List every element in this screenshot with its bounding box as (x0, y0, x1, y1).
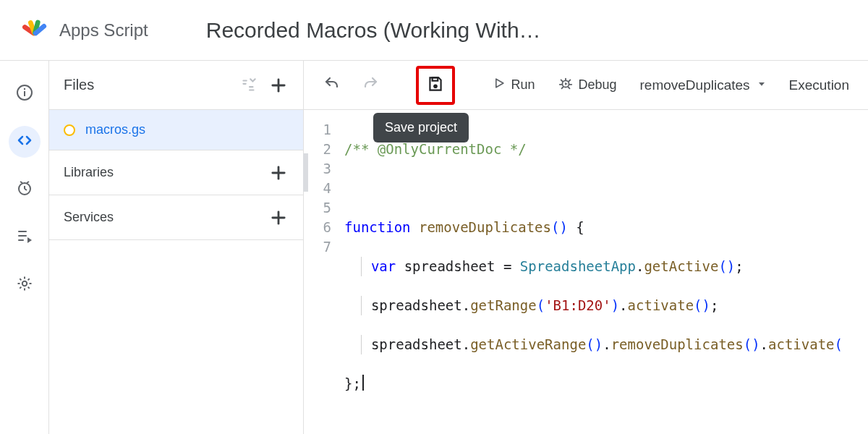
nav-rail (0, 61, 49, 434)
services-section[interactable]: Services (49, 195, 303, 240)
toolbar: Run Debug removeDuplicates Execution Sav… (304, 61, 868, 110)
svg-marker-25 (496, 79, 503, 88)
save-icon (426, 75, 445, 96)
svg-line-9 (25, 189, 27, 190)
svg-marker-15 (27, 237, 32, 243)
nav-triggers[interactable] (9, 174, 41, 205)
svg-point-23 (433, 84, 438, 88)
services-label: Services (64, 210, 114, 225)
save-tooltip: Save project (373, 113, 469, 142)
add-library-icon[interactable] (268, 163, 289, 183)
svg-point-16 (22, 281, 26, 286)
function-selected-name: removeDuplicates (639, 77, 749, 93)
apps-script-logo-icon (20, 16, 49, 45)
undo-button[interactable] (317, 70, 346, 101)
libraries-label: Libraries (64, 165, 114, 180)
debug-icon (558, 75, 574, 95)
redo-button[interactable] (355, 70, 385, 101)
clock-icon (16, 179, 33, 200)
save-button[interactable] (420, 70, 451, 101)
svg-marker-27 (566, 82, 569, 85)
function-selector[interactable]: removeDuplicates (632, 73, 774, 98)
svg-rect-24 (432, 77, 438, 80)
file-name: macros.gs (85, 122, 145, 137)
code-lines[interactable]: /** @OnlyCurrentDoc */ function removeDu… (344, 120, 868, 434)
editor-area: Run Debug removeDuplicates Execution Sav… (304, 61, 868, 434)
body: Files macros.gs Libraries Services (0, 61, 868, 434)
info-icon (16, 84, 33, 104)
gutter: 1 2 3 4 5 6 7 (304, 120, 344, 434)
play-icon (492, 76, 506, 94)
svg-marker-28 (759, 82, 765, 86)
files-header: Files (49, 61, 303, 110)
add-file-icon[interactable] (268, 75, 289, 95)
files-panel: Files macros.gs Libraries Services (49, 61, 304, 434)
line-number: 7 (304, 237, 331, 257)
add-service-icon[interactable] (268, 208, 289, 228)
files-heading: Files (64, 77, 94, 93)
code-editor[interactable]: 1 2 3 4 5 6 7 /** @OnlyCurrentDoc */ fun… (304, 110, 868, 434)
svg-line-10 (20, 182, 22, 183)
nav-executions[interactable] (9, 221, 41, 253)
redo-icon (362, 75, 379, 95)
run-label: Run (511, 77, 535, 93)
execution-log-button[interactable]: Execution (783, 73, 855, 98)
header: Apps Script Recorded Macros (Working Wit… (0, 0, 868, 61)
line-number: 1 (304, 120, 331, 140)
sort-files-icon[interactable] (239, 76, 258, 95)
debug-label: Debug (578, 77, 616, 93)
undo-icon (323, 75, 341, 95)
debug-button[interactable]: Debug (550, 71, 624, 99)
product-name: Apps Script (59, 20, 148, 41)
nav-settings[interactable] (9, 269, 41, 301)
nav-overview[interactable] (9, 78, 41, 110)
execution-log-label: Execution (789, 77, 849, 93)
nav-editor[interactable] (9, 126, 41, 158)
file-item-macros[interactable]: macros.gs (49, 110, 303, 150)
executions-icon (16, 227, 33, 247)
chevron-down-icon (756, 77, 767, 93)
svg-line-11 (27, 182, 29, 183)
code-icon (16, 132, 33, 152)
line-number: 5 (304, 198, 331, 218)
line-number: 6 (304, 218, 331, 237)
save-button-highlight (416, 66, 455, 105)
gear-icon (16, 275, 33, 295)
run-button[interactable]: Run (485, 72, 542, 98)
libraries-section[interactable]: Libraries (49, 150, 303, 195)
unsaved-dot-icon (64, 124, 75, 136)
text-cursor (362, 375, 364, 391)
project-title[interactable]: Recorded Macros (Working With… (206, 18, 541, 43)
svg-point-6 (23, 88, 25, 90)
